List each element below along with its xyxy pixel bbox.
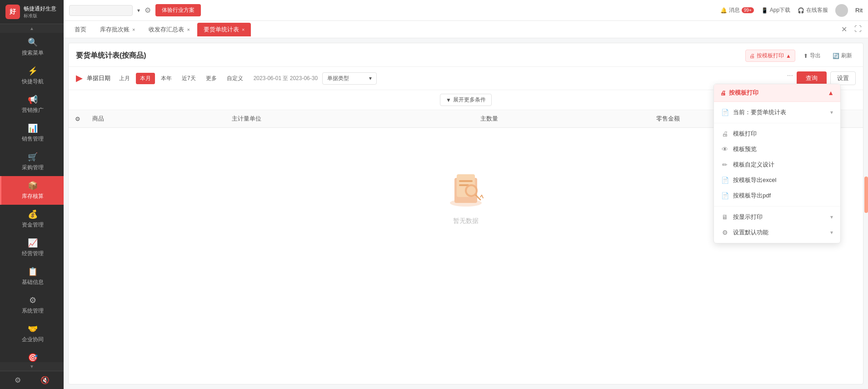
nav-label-sales: 销售管理	[22, 135, 44, 143]
date-range-display: 2023-06-01 至 2023-06-30	[254, 75, 318, 82]
nav-icon-purchase: 🛒	[28, 152, 38, 162]
headset-icon: 🎧	[798, 7, 804, 14]
action-buttons-right: ··· 查询 设置	[787, 71, 856, 85]
user-name: Rit	[855, 7, 863, 14]
nav-label-shortcut: 快捷导航	[22, 78, 44, 86]
expand-conditions-btn[interactable]: ▼ 展开更多条件	[440, 94, 492, 106]
empty-illustration	[443, 164, 489, 210]
date-btn-prev_month[interactable]: 上月	[115, 73, 134, 84]
col-header-qty: 主数量	[475, 110, 651, 128]
trial-button[interactable]: 体验行业方案	[155, 4, 201, 16]
nav-icon-guide: 🎯	[28, 353, 38, 362]
sidebar-bottom: ⚙ 🔇	[0, 371, 64, 389]
dropdown-icon-custom_design: ✏	[721, 161, 728, 168]
date-btn-custom[interactable]: 自定义	[223, 73, 247, 84]
dropdown-display-print-section: 🖥按显示打印▾⚙设置默认功能▾	[714, 207, 840, 243]
nav-icon-operation: 📈	[28, 238, 38, 248]
page-actions: 🖨 按模板打印 ▲ ⬆ 导出 🔄 刷新	[745, 50, 856, 62]
tab-close-all-icon[interactable]: ✕	[839, 23, 849, 35]
dropdown-arrow-set_default: ▾	[830, 229, 833, 236]
tab-close-receipt_summary[interactable]: ×	[187, 27, 190, 32]
dropdown-item-custom_design[interactable]: ✏模板自定义设计	[714, 157, 840, 172]
topbar-search-input[interactable]	[69, 5, 133, 16]
svg-line-9	[482, 195, 483, 198]
settings-button[interactable]: 设置	[830, 71, 856, 85]
nav-icon-finance: 💰	[28, 209, 38, 219]
sidebar-item-purchase[interactable]: 🛒采购管理	[0, 147, 64, 176]
sidebar-item-system[interactable]: ⚙系统管理	[0, 291, 64, 319]
dropdown-item-export_excel[interactable]: 📄按模板导出excel	[714, 172, 840, 188]
sidebar-item-operation[interactable]: 📈经营管理	[0, 233, 64, 262]
chevron-up-icon: ▲	[786, 53, 791, 59]
date-btn-current_year[interactable]: 本年	[157, 73, 176, 84]
sidebar-item-basic[interactable]: 📋基础信息	[0, 262, 64, 291]
sidebar-scroll-down[interactable]: ▼	[0, 362, 64, 371]
app-download-btn[interactable]: 📱 App下载	[761, 6, 790, 14]
user-avatar[interactable]	[835, 4, 848, 17]
dropdown-label-export_excel: 按模板导出excel	[733, 176, 776, 184]
dropdown-sub-display_print[interactable]: 🖥按显示打印▾	[714, 209, 840, 225]
nav-icon-search: 🔍	[28, 37, 38, 47]
nav-label-marketing: 营销推广	[22, 106, 44, 114]
refresh-btn[interactable]: 🔄 刷新	[829, 50, 856, 61]
dropdown-item-print_template[interactable]: 🖨模板打印	[714, 126, 840, 141]
nav-label-coop: 企业协同	[22, 336, 44, 344]
svg-point-6	[467, 186, 476, 195]
date-btn-more[interactable]: 更多	[202, 73, 221, 84]
page-header: 要货单统计表(按商品) 🖨 按模板打印 ▲ ⬆ 导出 🔄 刷新	[69, 43, 863, 67]
current-template-item[interactable]: 📄 当前：要货单统计表 ▾	[714, 105, 840, 120]
date-btn-current_month[interactable]: 本月	[136, 73, 155, 84]
page-title: 要货单统计表(按商品)	[76, 51, 146, 61]
print-template-btn[interactable]: 🖨 按模板打印 ▲	[745, 50, 795, 62]
printer-icon: 🖨	[749, 53, 755, 59]
sidebar-item-search[interactable]: 🔍搜索菜单	[0, 33, 64, 61]
dropdown-title: 🖨 按模板打印	[720, 89, 758, 97]
sidebar-scroll-up[interactable]: ▲	[0, 24, 64, 33]
dropdown-label-preview_template: 模板预览	[733, 145, 757, 153]
query-button[interactable]: 查询	[797, 71, 827, 85]
sidebar-item-inventory[interactable]: 📦库存核算	[0, 176, 64, 205]
right-scrollbar[interactable]	[864, 177, 868, 213]
tab-expand-icon[interactable]: ⛶	[853, 23, 863, 35]
topbar-gear-icon[interactable]: ⚙	[145, 6, 151, 15]
dropdown-icon-export_pdf: 📄	[721, 192, 728, 199]
date-btn-last_7[interactable]: 近7天	[178, 73, 200, 84]
dropdown-close-icon[interactable]: ▲	[828, 89, 834, 96]
settings-bottom-icon[interactable]: ⚙	[15, 376, 21, 384]
topbar: ▾ ⚙ 体验行业方案 🔔 消息 99+ 📱 App下载 🎧 在线客服 Rit	[64, 0, 868, 21]
mute-icon[interactable]: 🔇	[40, 376, 50, 384]
tabbar: 首页库存批次账×收发存汇总表×要货单统计表×✕⛶	[64, 21, 868, 38]
online-service-btn[interactable]: 🎧 在线客服	[798, 6, 828, 14]
template-icon: 📄	[721, 109, 728, 116]
export-btn[interactable]: ⬆ 导出	[800, 50, 824, 61]
tab-inventory_batch[interactable]: 库存批次账×	[94, 23, 141, 36]
nav-label-search: 搜索菜单	[22, 49, 44, 57]
tab-close-inventory_batch[interactable]: ×	[132, 27, 135, 32]
nav-label-finance: 资金管理	[22, 221, 44, 229]
order-type-select[interactable]: 单据类型 ▾	[322, 72, 377, 85]
main-content: ▾ ⚙ 体验行业方案 🔔 消息 99+ 📱 App下载 🎧 在线客服 Rit 首…	[64, 0, 868, 389]
dropdown-item-export_pdf[interactable]: 📄按模板导出pdf	[714, 188, 840, 203]
filter-toggle-icon[interactable]: ▶	[76, 73, 82, 83]
topbar-dropdown-icon[interactable]: ▾	[137, 7, 140, 14]
sidebar-item-coop[interactable]: 🤝企业协同	[0, 319, 64, 348]
tab-home[interactable]: 首页	[68, 23, 93, 36]
tab-order_stats[interactable]: 要货单统计表×	[197, 23, 251, 36]
sidebar-item-shortcut[interactable]: ⚡快捷导航	[0, 61, 64, 90]
dropdown-item-preview_template[interactable]: 👁模板预览	[714, 141, 840, 157]
dropdown-sub-set_default[interactable]: ⚙设置默认功能▾	[714, 225, 840, 240]
tab-label-order_stats: 要货单统计表	[204, 25, 239, 34]
col-header-settings[interactable]: ⚙	[69, 110, 87, 128]
sidebar-item-sales[interactable]: 📊销售管理	[0, 119, 64, 147]
page-content: 要货单统计表(按商品) 🖨 按模板打印 ▲ ⬆ 导出 🔄 刷新	[64, 38, 868, 389]
sidebar-item-finance[interactable]: 💰资金管理	[0, 205, 64, 233]
more-icon[interactable]: ···	[787, 71, 793, 85]
sidebar-logo: 好 畅捷通好生意 标准版	[0, 0, 64, 24]
sidebar-item-marketing[interactable]: 📢营销推广	[0, 90, 64, 119]
tab-receipt_summary[interactable]: 收发存汇总表×	[142, 23, 196, 36]
sidebar-item-guide[interactable]: 🎯新手引导	[0, 348, 64, 362]
notification-btn[interactable]: 🔔 消息 99+	[720, 6, 754, 14]
bell-icon: 🔔	[720, 7, 727, 14]
tab-close-order_stats[interactable]: ×	[242, 27, 244, 32]
select-chevron-icon: ▾	[369, 75, 372, 81]
